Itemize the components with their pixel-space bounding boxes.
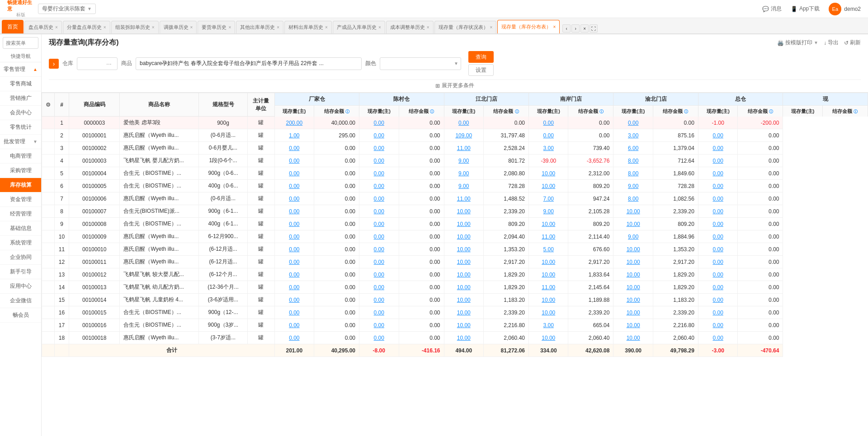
tab-close-icon[interactable]: × xyxy=(152,25,155,30)
tab-assembly[interactable]: 组装拆卸单历史 × xyxy=(111,21,159,33)
td-w3-qty[interactable]: 10.00 xyxy=(444,218,483,230)
td-total-qty[interactable]: 0.00 xyxy=(698,180,737,192)
td-w5-qty[interactable]: 10.00 xyxy=(613,281,653,294)
td-w4-qty[interactable]: 5.00 xyxy=(528,243,568,256)
user-area[interactable]: Ea demo2 xyxy=(829,3,861,15)
td-w2-qty[interactable]: 0.00 xyxy=(359,230,399,243)
tab-close-all-btn[interactable]: × xyxy=(580,24,589,33)
td-w4-qty[interactable]: 10.00 xyxy=(528,256,568,268)
td-w2-qty[interactable]: 0.00 xyxy=(359,294,399,306)
sidebar-item-system[interactable]: 系统管理 xyxy=(0,236,41,250)
td-w1-qty[interactable]: 0.00 xyxy=(274,218,314,230)
td-w1-qty[interactable]: 200.00 xyxy=(274,117,314,129)
td-w1-qty[interactable]: 0.00 xyxy=(274,167,314,180)
tab-detail[interactable]: 分量盘点单历史 × xyxy=(63,21,110,33)
tab-other-out[interactable]: 其他出库单历史 × xyxy=(236,21,283,33)
sidebar-item-ecommerce[interactable]: 电商管理 xyxy=(0,149,41,164)
td-w3-qty[interactable]: 10.00 xyxy=(444,319,483,332)
td-w2-qty[interactable]: 0.00 xyxy=(359,142,399,155)
td-total-qty[interactable]: 0.00 xyxy=(698,243,737,256)
td-w5-qty[interactable]: 10.00 xyxy=(613,306,653,319)
td-w2-qty[interactable]: 0.00 xyxy=(359,243,399,256)
td-w4-qty[interactable]: 7.00 xyxy=(528,192,568,205)
td-w2-qty[interactable]: 0.00 xyxy=(359,129,399,142)
app-download-btn[interactable]: 📱 App下载 xyxy=(791,5,820,13)
td-w4-qty[interactable]: 10.00 xyxy=(528,332,568,344)
tab-close-icon[interactable]: × xyxy=(427,25,429,30)
refresh-btn[interactable]: ↺ 刷新 xyxy=(844,39,861,47)
warehouse-input[interactable] xyxy=(79,61,106,67)
td-total-qty[interactable]: 0.00 xyxy=(698,268,737,281)
filter-expand-btn[interactable]: › xyxy=(49,59,59,69)
td-w2-qty[interactable]: 0.00 xyxy=(359,192,399,205)
sidebar-item-enterprise[interactable]: 企业协同 xyxy=(0,250,41,265)
sidebar-item-retail-store[interactable]: 零售商城 xyxy=(0,77,41,91)
td-w3-qty[interactable]: 10.00 xyxy=(444,332,483,344)
td-w4-qty[interactable]: 3.00 xyxy=(528,319,568,332)
td-w5-qty[interactable]: 8.00 xyxy=(613,167,653,180)
td-w1-qty[interactable]: 1.00 xyxy=(274,129,314,142)
td-w1-qty[interactable]: 0.00 xyxy=(274,205,314,218)
td-w4-qty[interactable]: 10.00 xyxy=(528,306,568,319)
td-w2-qty[interactable]: 0.00 xyxy=(359,155,399,167)
td-w2-qty[interactable]: 0.00 xyxy=(359,167,399,180)
td-total-qty[interactable]: 0.00 xyxy=(698,192,737,205)
td-w5-qty[interactable]: 10.00 xyxy=(613,218,653,230)
td-w4-qty[interactable]: 10.00 xyxy=(528,218,568,230)
messages-btn[interactable]: 💬 消息 xyxy=(762,5,782,13)
td-w1-qty[interactable]: 0.00 xyxy=(274,319,314,332)
tab-cost-adjust[interactable]: 成本调整单历史 × xyxy=(386,21,434,33)
sidebar-item-operations[interactable]: 经营管理 xyxy=(0,207,41,221)
td-total-qty[interactable]: 0.00 xyxy=(698,205,737,218)
td-total-qty[interactable]: 0.00 xyxy=(698,306,737,319)
td-w3-qty[interactable]: 10.00 xyxy=(444,306,483,319)
td-w1-qty[interactable]: 0.00 xyxy=(274,268,314,281)
sidebar-item-inventory[interactable]: 库存核算 xyxy=(0,178,41,192)
td-w1-qty[interactable]: 0.00 xyxy=(274,243,314,256)
td-total-qty[interactable]: 0.00 xyxy=(698,256,737,268)
tab-stock-dist[interactable]: 现存量（库存分布表） × xyxy=(497,20,560,33)
td-w3-qty[interactable]: 9.00 xyxy=(444,155,483,167)
td-w1-qty[interactable]: 0.00 xyxy=(274,256,314,268)
tab-close-icon[interactable]: × xyxy=(228,25,231,30)
td-w3-qty[interactable]: 11.00 xyxy=(444,142,483,155)
td-w5-qty[interactable]: 10.00 xyxy=(613,268,653,281)
td-w3-qty[interactable]: 9.00 xyxy=(444,180,483,192)
sidebar-item-marketing[interactable]: 营销推广 xyxy=(0,91,41,106)
td-w2-qty[interactable]: 0.00 xyxy=(359,281,399,294)
tab-expand-btn[interactable]: ⛶ xyxy=(590,24,598,33)
td-w3-qty[interactable]: 10.00 xyxy=(444,268,483,281)
td-w4-qty[interactable]: 0.00 xyxy=(528,129,568,142)
tab-transfer[interactable]: 调拨单历史 × xyxy=(160,21,197,33)
td-w3-qty[interactable]: 10.00 xyxy=(444,256,483,268)
td-total-qty[interactable]: -1.00 xyxy=(698,117,737,129)
td-total-qty[interactable]: 0.00 xyxy=(698,230,737,243)
td-w2-qty[interactable]: 0.00 xyxy=(359,332,399,344)
td-w3-qty[interactable]: 10.00 xyxy=(444,281,483,294)
sidebar-item-member[interactable]: 会员中心 xyxy=(0,106,41,120)
td-w4-qty[interactable]: 11.00 xyxy=(528,281,568,294)
td-total-qty[interactable]: 0.00 xyxy=(698,332,737,344)
td-w5-qty[interactable]: 10.00 xyxy=(613,294,653,306)
td-w1-qty[interactable]: 0.00 xyxy=(274,306,314,319)
td-w3-qty[interactable]: 10.00 xyxy=(444,230,483,243)
sidebar-item-retail-mgmt[interactable]: 零售管理 ▲ xyxy=(0,62,41,77)
td-w5-qty[interactable]: 10.00 xyxy=(613,205,653,218)
query-btn[interactable]: 查询 xyxy=(468,51,494,63)
sidebar-item-basics[interactable]: 基础信息 xyxy=(0,221,41,236)
expand-conditions[interactable]: ⊞ 展开更多条件 xyxy=(49,80,861,92)
td-w2-qty[interactable]: 0.00 xyxy=(359,319,399,332)
td-w1-qty[interactable]: 0.00 xyxy=(274,142,314,155)
search-input[interactable] xyxy=(3,37,38,49)
td-total-qty[interactable]: 0.00 xyxy=(698,129,737,142)
td-w4-qty[interactable]: 0.00 xyxy=(528,117,568,129)
td-w4-qty[interactable]: 11.00 xyxy=(528,230,568,243)
td-w2-qty[interactable]: 0.00 xyxy=(359,306,399,319)
td-w5-qty[interactable]: 9.00 xyxy=(613,180,653,192)
industry-dropdown[interactable]: 母婴行业演示陈套 ▼ xyxy=(38,4,96,14)
sidebar-item-app-center[interactable]: 应用中心 xyxy=(0,279,41,294)
tab-close-icon[interactable]: × xyxy=(553,24,556,29)
td-w5-qty[interactable]: 9.00 xyxy=(613,230,653,243)
td-total-qty[interactable]: 0.00 xyxy=(698,142,737,155)
td-w5-qty[interactable]: 10.00 xyxy=(613,319,653,332)
